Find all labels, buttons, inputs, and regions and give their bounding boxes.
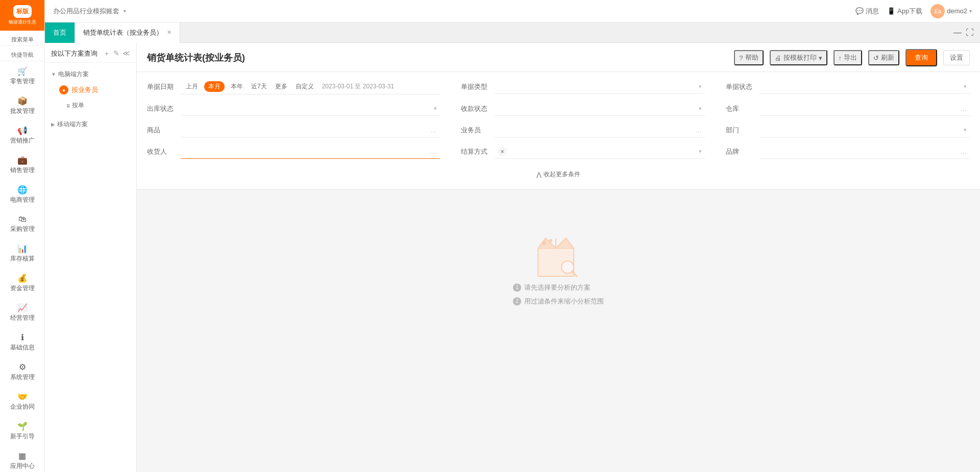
- date-option-last-7-days[interactable]: 近7天: [249, 81, 269, 92]
- sidebar-item-inventory[interactable]: 📊 库存核算: [0, 239, 44, 268]
- edit-scheme-icon[interactable]: ✎: [113, 49, 119, 58]
- salesperson-ellipsis[interactable]: …: [695, 126, 702, 134]
- scheme-item-by-salesperson[interactable]: ● 按业务员: [45, 82, 136, 98]
- refresh-button[interactable]: ↺ 刷新: [868, 50, 899, 65]
- scheme-item-by-order[interactable]: ≡ 按单: [45, 98, 136, 113]
- sidebar-item-ecommerce[interactable]: 🌐 电商管理: [0, 180, 44, 209]
- scheme-group-mobile-title[interactable]: ▶ 移动端方案: [45, 117, 136, 132]
- salesperson-label: 业务员: [461, 126, 492, 135]
- filter-brand: 品牌 …: [726, 145, 970, 159]
- brand-ellipsis[interactable]: …: [960, 148, 967, 155]
- tab-home[interactable]: 首页: [45, 22, 75, 43]
- receipt-status-dropdown-icon: ▾: [699, 105, 702, 112]
- tab-maximize-icon[interactable]: ⛶: [966, 28, 974, 37]
- marketing-icon: 📢: [17, 126, 28, 135]
- sidebar-item-operations[interactable]: 📈 经营管理: [0, 298, 44, 327]
- filter-settlement: 结算方式 × ▾: [461, 145, 705, 159]
- sidebar-item-basic[interactable]: ℹ 基础信息: [0, 327, 44, 357]
- help-icon: ?: [739, 54, 743, 62]
- sidebar-item-retail[interactable]: 🛒 零售管理: [0, 61, 44, 91]
- empty-illustration: [528, 230, 589, 281]
- help-button[interactable]: ? 帮助: [734, 50, 763, 65]
- tab-sales-stat-label: 销货单统计表（按业务员）: [83, 28, 163, 37]
- date-option-more[interactable]: 更多: [273, 81, 289, 92]
- sidebar-item-purchase[interactable]: 🛍 采购管理: [0, 209, 44, 239]
- template-print-label: 按模板打印: [783, 53, 817, 62]
- date-option-this-month[interactable]: 本月: [204, 81, 225, 92]
- goods-ellipsis[interactable]: …: [430, 126, 437, 134]
- sidebar-item-apps[interactable]: ▦ 应用中心: [0, 446, 44, 472]
- date-filter: 上月 本月 本年 近7天 更多 自定义 2023-03-01 至 2023-03…: [184, 81, 394, 92]
- receiver-ellipsis[interactable]: …: [430, 148, 437, 155]
- app-dropdown-arrow[interactable]: ▾: [124, 8, 126, 14]
- sidebar-item-wholesale[interactable]: 📦 批发管理: [0, 91, 44, 121]
- goods-control[interactable]: …: [181, 123, 440, 137]
- sidebar-item-newbie[interactable]: 🌱 新手引导: [0, 416, 44, 446]
- collapse-label: 收起更多条件: [544, 170, 580, 179]
- warehouse-control[interactable]: …: [760, 102, 970, 116]
- sidebar-item-enterprise[interactable]: 🤝 企业协同: [0, 387, 44, 416]
- filter-doc-type: 单据类型 ▾: [461, 80, 705, 94]
- brand-control[interactable]: …: [760, 145, 970, 159]
- message-btn[interactable]: 💬 消息: [855, 7, 879, 16]
- sidebar-search[interactable]: 搜索菜单: [0, 31, 44, 46]
- sidebar-item-system[interactable]: ⚙ 系统管理: [0, 357, 44, 387]
- filter-dept: 部门 ▾: [726, 123, 970, 137]
- topbar: 办公用品行业模拟账套 ▾ 💬 消息 📱 App下载 Ea demo2 ▾: [45, 0, 980, 22]
- out-status-control[interactable]: ▾: [181, 102, 440, 116]
- dept-dropdown-icon: ▾: [964, 127, 967, 133]
- filter-date: 单据日期 上月 本月 本年 近7天 更多 自定义: [147, 79, 440, 95]
- collapse-panel-icon[interactable]: ≪: [122, 49, 130, 58]
- sidebar-item-sales[interactable]: 💼 销售管理: [0, 150, 44, 180]
- tabbar: 首页 销货单统计表（按业务员） ✕ — ⛶: [45, 22, 980, 43]
- template-print-button[interactable]: 🖨 按模板打印 ▾: [770, 50, 827, 65]
- settings-button[interactable]: 设置: [943, 50, 970, 65]
- print-icon: 🖨: [775, 54, 781, 62]
- salesperson-control[interactable]: …: [495, 123, 705, 137]
- filter-out-status: 出库状态 ▾: [147, 102, 440, 116]
- doc-type-dropdown-icon: ▾: [699, 83, 702, 90]
- export-button[interactable]: ↑ 导出: [834, 50, 863, 65]
- dept-control[interactable]: ▾: [760, 123, 970, 137]
- sidebar-item-label: 经营管理: [10, 314, 35, 322]
- doc-status-control[interactable]: ▾: [760, 80, 970, 94]
- collapse-row: ⋀ 收起更多条件: [147, 166, 970, 183]
- sidebar-shortcut[interactable]: 快捷导航: [0, 46, 44, 61]
- scheme-item-by-order-label: 按单: [72, 101, 84, 110]
- by-order-icon: ≡: [66, 102, 70, 109]
- tab-close-icon[interactable]: ✕: [167, 29, 172, 36]
- goods-label: 商品: [147, 126, 178, 135]
- sidebar-item-label: 采购管理: [10, 225, 35, 233]
- page-actions: ? 帮助 🖨 按模板打印 ▾ ↑ 导出 ↺: [734, 49, 970, 66]
- sidebar-item-finance[interactable]: 💰 资金管理: [0, 268, 44, 298]
- sidebar-item-marketing[interactable]: 📢 营销推广: [0, 121, 44, 150]
- scheme-group-pc-title[interactable]: ▼ 电脑端方案: [45, 67, 136, 82]
- date-option-last-month[interactable]: 上月: [184, 81, 200, 92]
- out-status-dropdown-icon: ▾: [434, 105, 437, 112]
- doc-type-control[interactable]: ▾: [495, 80, 705, 94]
- tab-sales-stat[interactable]: 销货单统计表（按业务员） ✕: [75, 22, 180, 43]
- page-title: 销货单统计表(按业务员): [147, 52, 245, 64]
- user-menu[interactable]: Ea demo2 ▾: [930, 4, 972, 18]
- brand-label: 品牌: [726, 147, 756, 156]
- collapse-button[interactable]: ⋀ 收起更多条件: [536, 170, 580, 179]
- receiver-control[interactable]: …: [181, 145, 440, 159]
- warehouse-ellipsis[interactable]: …: [960, 105, 967, 112]
- settlement-control[interactable]: × ▾: [495, 145, 705, 159]
- date-option-this-year[interactable]: 本年: [229, 81, 245, 92]
- query-button[interactable]: 查询: [905, 49, 937, 66]
- date-control[interactable]: 上月 本月 本年 近7天 更多 自定义 2023-03-01 至 2023-03…: [181, 79, 440, 95]
- doc-type-label: 单据类型: [461, 82, 492, 91]
- svg-point-5: [550, 240, 552, 242]
- svg-point-4: [543, 242, 546, 245]
- hint-num-2: 2: [513, 297, 521, 305]
- sidebar-item-label: 新手引导: [10, 432, 35, 441]
- settlement-clear-x[interactable]: ×: [501, 148, 504, 155]
- add-scheme-icon[interactable]: ＋: [103, 49, 110, 58]
- app-download-btn[interactable]: 📱 App下载: [887, 7, 922, 16]
- tab-minimize-icon[interactable]: —: [953, 28, 962, 37]
- receipt-status-control[interactable]: ▾: [495, 102, 705, 116]
- date-option-custom[interactable]: 自定义: [293, 81, 316, 92]
- empty-state: 1 请先选择要分析的方案 2 用过滤条件来缩小分析范围: [137, 190, 980, 348]
- doc-status-label: 单据状态: [726, 82, 756, 91]
